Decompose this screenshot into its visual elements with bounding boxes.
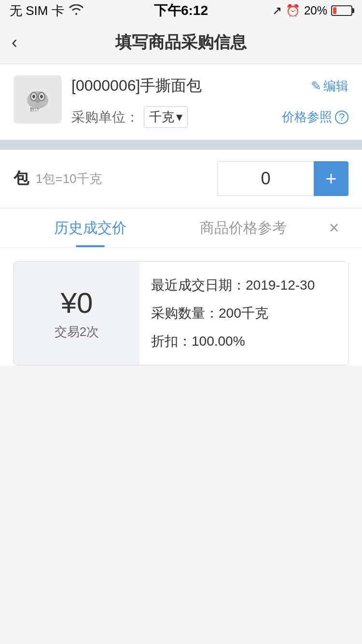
product-image-icon: 数计 <box>23 83 52 116</box>
bottom-area <box>0 379 362 644</box>
status-right: ↗ ⏰ 20% <box>272 4 352 17</box>
price-amount: ¥0 <box>61 286 93 320</box>
price-left-panel: ¥0 交易2次 <box>14 262 139 365</box>
svg-point-7 <box>36 100 40 103</box>
discount-label: 折扣： <box>151 334 192 349</box>
latest-date-row: 最近成交日期：2019-12-30 <box>151 275 336 295</box>
product-card: 数计 [0000006]手撕面包 ✎ 编辑 采购单位： 千克 ▾ 价格参照 ? <box>0 64 362 140</box>
status-left: 无 SIM 卡 <box>10 2 84 19</box>
page-title: 填写商品采购信息 <box>115 31 247 54</box>
unit-value: 千克 <box>149 109 174 126</box>
quantity-input-area: 0 + <box>217 161 348 196</box>
tab-section: 历史成交价 商品价格参考 × ¥0 交易2次 最近成交日期：2019-12-30… <box>0 208 362 365</box>
price-txcount: 交易2次 <box>55 323 99 340</box>
quantity-row: 包 1包=10千克 0 + <box>0 150 362 208</box>
unit-label-text: 采购单位： <box>71 108 139 126</box>
tab-close-button[interactable]: × <box>320 218 348 238</box>
product-unit-row: 采购单位： 千克 ▾ 价格参照 ? <box>71 106 348 128</box>
price-card: ¥0 交易2次 最近成交日期：2019-12-30 采购数量：200千克 折扣：… <box>14 261 348 365</box>
unit-label: 采购单位： 千克 ▾ <box>71 106 188 128</box>
tab-bar: 历史成交价 商品价格参考 × <box>0 209 362 248</box>
quantity-input[interactable]: 0 <box>217 161 314 196</box>
discount-value: 100.00% <box>192 334 245 349</box>
qty-value: 200千克 <box>219 306 268 321</box>
latest-date-value: 2019-12-30 <box>246 278 315 293</box>
wifi-icon <box>69 3 84 18</box>
currency-symbol: ¥ <box>61 287 77 319</box>
product-thumbnail: 数计 <box>14 75 62 124</box>
edit-label: 编辑 <box>323 78 348 95</box>
qty-label: 采购数量： <box>151 306 219 321</box>
gps-icon: ↗ <box>272 4 282 17</box>
latest-date-label: 最近成交日期： <box>151 278 246 293</box>
unit-badge: 包 <box>14 168 29 189</box>
price-right-panel: 最近成交日期：2019-12-30 采购数量：200千克 折扣：100.00% <box>139 262 348 365</box>
svg-text:数计: 数计 <box>30 107 40 112</box>
product-info: [0000006]手撕面包 ✎ 编辑 采购单位： 千克 ▾ 价格参照 ? <box>71 75 348 128</box>
unit-dropdown[interactable]: 千克 ▾ <box>144 106 188 128</box>
battery-icon <box>331 5 352 16</box>
tab-history-price[interactable]: 历史成交价 <box>14 209 167 247</box>
back-button[interactable]: ‹ <box>12 32 17 53</box>
nav-bar: ‹ 填写商品采购信息 <box>0 21 362 64</box>
divider-band <box>0 140 362 150</box>
tab-product-price-ref[interactable]: 商品价格参考 <box>167 209 320 247</box>
status-bar: 无 SIM 卡 下午6:12 ↗ ⏰ 20% <box>0 0 362 21</box>
dropdown-arrow-icon: ▾ <box>176 110 182 125</box>
edit-button[interactable]: ✎ 编辑 <box>311 78 348 95</box>
price-value: 0 <box>77 287 93 319</box>
price-ref-label: 价格参照 <box>282 109 332 126</box>
qty-row: 采购数量：200千克 <box>151 303 336 323</box>
discount-row: 折扣：100.00% <box>151 331 336 351</box>
edit-icon: ✎ <box>311 79 321 94</box>
svg-point-5 <box>32 95 35 98</box>
product-header: [0000006]手撕面包 ✎ 编辑 <box>71 75 348 97</box>
battery-pct: 20% <box>304 4 327 17</box>
product-name: [0000006]手撕面包 <box>71 75 202 97</box>
status-time: 下午6:12 <box>154 1 208 20</box>
svg-point-6 <box>40 95 43 98</box>
price-ref-button[interactable]: 价格参照 ? <box>282 109 348 126</box>
unit-conversion: 1包=10千克 <box>36 170 102 187</box>
alarm-icon: ⏰ <box>286 4 300 17</box>
quantity-plus-button[interactable]: + <box>314 161 348 196</box>
carrier-text: 无 SIM 卡 <box>10 2 64 19</box>
help-icon: ? <box>335 111 348 124</box>
quantity-left: 包 1包=10千克 <box>14 168 102 189</box>
